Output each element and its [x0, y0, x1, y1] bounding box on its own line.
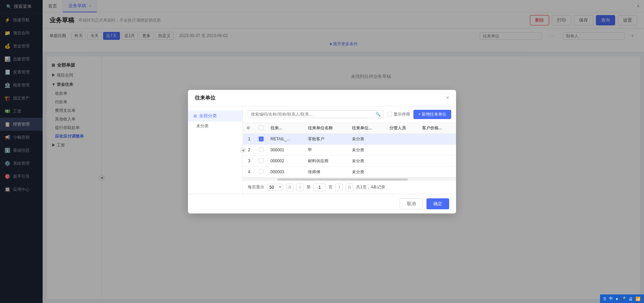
- new-partner-button[interactable]: + 新增往来单位: [413, 110, 451, 119]
- statusbar-wifi-icon: 📶: [635, 296, 641, 301]
- dialog-all-category[interactable]: ⊞ 全部分类: [188, 110, 243, 121]
- row-num: 4: [243, 166, 255, 177]
- row-manager: [386, 144, 419, 155]
- show-disabled-checkbox[interactable]: [387, 112, 392, 117]
- dialog-body: ⊞ 全部分类 未分类 ◀ 🔍 显示停用: [188, 106, 456, 194]
- table-row[interactable]: 1 ✓ RETAIL_... 零散客户 未分类: [243, 133, 456, 144]
- dialog-scrollbar[interactable]: [243, 178, 456, 180]
- th-code: 往来...: [267, 123, 304, 134]
- th-category: 往来单位...: [348, 123, 386, 134]
- settings-icon: ⚙: [246, 126, 250, 130]
- row-manager: [386, 133, 419, 144]
- row-cb-cell[interactable]: [255, 155, 267, 166]
- grid-icon: ⊞: [193, 114, 197, 118]
- row-category: 未分类: [348, 133, 386, 144]
- dialog-toolbar: 🔍 显示停用 + 新增往来单位: [243, 106, 456, 123]
- row-name: 材料供应商: [304, 155, 348, 166]
- statusbar-diamond-icon: ♦: [616, 296, 618, 301]
- row-num: 3: [243, 155, 255, 166]
- th-manager: 分管人员: [386, 123, 419, 134]
- per-page-select[interactable]: 50 10 20 100: [267, 184, 283, 191]
- dialog-search-box: 🔍: [248, 110, 384, 118]
- dialog-left-panel: ⊞ 全部分类 未分类 ◀: [188, 106, 243, 194]
- row-code: 000002: [267, 155, 304, 166]
- dialog-pagination: 每页显示 50 10 20 100 ⟨⟨ ⟨ 第 页 ⟩ ⟩⟩ 共1页，4条记录: [243, 180, 456, 194]
- dialog-footer: 取消 确定: [188, 194, 456, 213]
- table-row[interactable]: 4 000003 张师傅 未分类: [243, 166, 456, 177]
- row-checkbox[interactable]: ✓: [259, 137, 264, 141]
- table-row[interactable]: 2 000001 甲 未分类: [243, 144, 456, 155]
- next-page-button[interactable]: ⟩: [335, 184, 343, 191]
- per-page-label: 每页显示: [248, 184, 264, 190]
- row-cb-cell[interactable]: [255, 144, 267, 155]
- row-price: [419, 144, 456, 155]
- row-cb-cell[interactable]: ✓: [255, 133, 267, 144]
- show-disabled-label: 显示停用: [393, 112, 410, 117]
- th-name: 往来单位名称: [304, 123, 348, 134]
- dialog-right-panel: 🔍 显示停用 + 新增往来单位 ⚙: [243, 106, 456, 194]
- row-category: 未分类: [348, 144, 386, 155]
- dialog-scrollbar-thumb[interactable]: [277, 178, 408, 180]
- last-page-button[interactable]: ⟩⟩: [346, 184, 353, 191]
- row-num: 1: [243, 133, 255, 144]
- dialog: 往来单位 × ⊞ 全部分类 未分类 ◀: [188, 90, 456, 213]
- row-name: 甲: [304, 144, 348, 155]
- row-code: 000001: [267, 144, 304, 155]
- row-manager: [386, 155, 419, 166]
- dialog-title: 往来单位: [195, 95, 215, 101]
- dialog-search-icon: 🔍: [376, 112, 381, 117]
- statusbar: S 中 ♦ 🎤 🖨 📶: [600, 294, 644, 303]
- row-code: RETAIL_...: [267, 133, 304, 144]
- page-label: 第: [307, 184, 311, 190]
- page-suffix: 页: [329, 184, 333, 190]
- dialog-all-label: 全部分类: [199, 113, 217, 119]
- row-category: 未分类: [348, 155, 386, 166]
- table-row[interactable]: 3 000002 材料供应商 未分类: [243, 155, 456, 166]
- th-price: 客户价格...: [419, 123, 456, 134]
- th-checkbox: [255, 123, 267, 134]
- confirm-button[interactable]: 确定: [426, 198, 449, 209]
- row-name: 零散客户: [304, 133, 348, 144]
- row-checkbox[interactable]: [259, 169, 264, 174]
- row-price: [419, 166, 456, 177]
- collapse-dialog-panel-btn[interactable]: ◀: [240, 147, 246, 153]
- dialog-uncategorized[interactable]: 未分类: [188, 121, 243, 131]
- row-checkbox[interactable]: [259, 147, 264, 152]
- dialog-search-input[interactable]: [251, 112, 374, 117]
- th-settings: ⚙: [243, 123, 255, 134]
- dialog-close-button[interactable]: ×: [446, 95, 449, 101]
- modal-overlay: 往来单位 × ⊞ 全部分类 未分类 ◀: [0, 0, 644, 303]
- statusbar-s-icon: S: [603, 296, 606, 301]
- page-number-input[interactable]: [313, 184, 326, 191]
- dialog-table-wrap: ⚙ 往来... 往来单位名称 往来单位... 分管人员 客户价格...: [243, 123, 456, 178]
- cancel-button[interactable]: 取消: [400, 198, 423, 209]
- show-disabled-option[interactable]: 显示停用: [387, 112, 410, 117]
- first-page-button[interactable]: ⟨⟨: [286, 184, 293, 191]
- row-cb-cell[interactable]: [255, 166, 267, 177]
- row-checkbox[interactable]: [259, 158, 264, 163]
- select-all-checkbox[interactable]: [259, 125, 264, 130]
- prev-page-button[interactable]: ⟨: [296, 184, 304, 191]
- row-name: 张师傅: [304, 166, 348, 177]
- row-price: [419, 155, 456, 166]
- dialog-uncategorized-label: 未分类: [196, 124, 209, 128]
- row-category: 未分类: [348, 166, 386, 177]
- statusbar-print-icon: 🖨: [629, 296, 633, 301]
- dialog-table: ⚙ 往来... 往来单位名称 往来单位... 分管人员 客户价格...: [243, 123, 456, 178]
- row-manager: [386, 166, 419, 177]
- row-price: [419, 133, 456, 144]
- row-code: 000003: [267, 166, 304, 177]
- statusbar-lang-icon: 中: [609, 296, 613, 302]
- statusbar-mic-icon: 🎤: [621, 296, 626, 301]
- dialog-header: 往来单位 ×: [188, 90, 456, 106]
- total-label: 共1页，4条记录: [356, 184, 385, 190]
